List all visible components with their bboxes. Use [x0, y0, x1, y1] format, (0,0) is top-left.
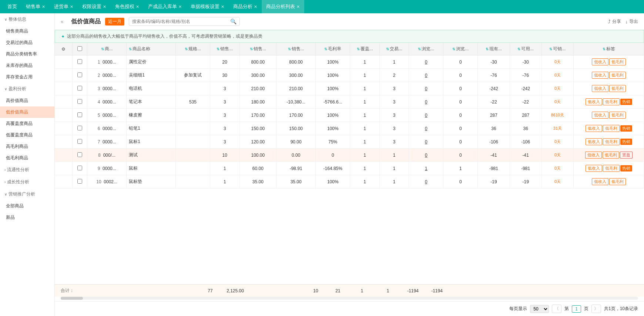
sidebar-group-circulation[interactable]: › 流通性分析 — [0, 164, 54, 176]
th-tag[interactable]: ⇅标签 — [574, 43, 644, 55]
browse-link[interactable]: 0 — [425, 179, 427, 184]
th-sale-cost[interactable]: ⇅销售... — [276, 43, 316, 55]
sidebar-group-profit[interactable]: ∨ 盈利分析 — [0, 83, 54, 95]
row-check-cell[interactable] — [73, 149, 87, 162]
export-button[interactable]: ↓ 导出 — [625, 18, 638, 25]
sidebar-item-low-value[interactable]: 低价值商品 — [0, 106, 54, 118]
next-page-btn[interactable]: 〉 — [591, 305, 601, 313]
sidebar-item-low-coverage[interactable]: 低覆盖度商品 — [0, 129, 54, 141]
nav-tab-product-analysis-list[interactable]: 商品分析列表 ✕ — [262, 0, 304, 13]
nav-tab-product-analysis[interactable]: 商品分析 ✕ — [229, 0, 262, 13]
nav-close-product-warehouse[interactable]: ✕ — [178, 4, 182, 9]
nav-tab-sales-order[interactable]: 销售单 ✕ — [21, 0, 50, 13]
th-avail[interactable]: ⇅可用... — [510, 43, 541, 55]
browse-link[interactable]: 0 — [425, 86, 427, 91]
browse-link[interactable]: 0 — [425, 113, 427, 118]
th-code[interactable]: ⇅商... — [87, 43, 127, 55]
row-check-cell[interactable] — [73, 95, 87, 109]
row-checkbox[interactable] — [77, 126, 82, 130]
sidebar-group-growth[interactable]: › 成长性分析 — [0, 176, 54, 188]
nav-tab-product-warehouse[interactable]: 产成品入库单 ✕ — [144, 0, 186, 13]
sidebar-item-category-sales-rate[interactable]: 商品分类销售率 — [0, 48, 54, 60]
sidebar-item-low-margin[interactable]: 低毛利商品 — [0, 152, 54, 164]
row-check-cell[interactable] — [73, 109, 87, 122]
row-check-cell[interactable] — [73, 162, 87, 175]
table-container[interactable]: ⚙ ⇅商... ⇅商品名称 ⇅规格... ⇅销售... ⇅销售... ⇅销售..… — [55, 43, 644, 284]
sidebar-item-sales-products[interactable]: 销售类商品 — [0, 26, 54, 37]
row-checkbox[interactable] — [77, 112, 82, 117]
th-cover[interactable]: ⇅覆盖... — [350, 43, 380, 55]
table-row: 10 0002... 鼠标垫 1 35.00 35.00 100% 1 1 0 … — [55, 175, 644, 188]
sidebar-item-no-stock-products[interactable]: 未库存的商品 — [0, 60, 54, 71]
nav-close-product-analysis[interactable]: ✕ — [254, 4, 257, 9]
row-checkbox[interactable] — [77, 179, 82, 184]
th-settings[interactable]: ⚙ — [55, 43, 73, 55]
th-margin-rate[interactable]: ⇅毛利率 — [316, 43, 350, 55]
browse-link[interactable]: 1 — [425, 166, 427, 171]
th-browse2[interactable]: ⇅浏览... — [443, 43, 478, 55]
browse-link[interactable]: 0 — [425, 99, 427, 105]
browse-link[interactable]: 0 — [425, 139, 427, 145]
select-all-checkbox[interactable] — [77, 46, 82, 51]
row-checkbox[interactable] — [77, 86, 82, 91]
sidebar-item-high-value[interactable]: 高价值商品 — [0, 95, 54, 106]
row-sale-cost-cell: -10,380... — [276, 95, 316, 109]
row-checkbox[interactable] — [77, 166, 82, 170]
nav-close-product-analysis-list[interactable]: ✕ — [296, 4, 300, 9]
row-check-cell[interactable] — [73, 175, 87, 188]
row-check-cell[interactable] — [73, 55, 87, 69]
product-tag: 低收入 — [592, 178, 608, 185]
nav-close-role[interactable]: ✕ — [136, 4, 139, 9]
info-icon: ✦ — [61, 34, 65, 39]
th-sale-qty[interactable]: ⇅销售... — [210, 43, 239, 55]
nav-tab-purchase-order[interactable]: 进货单 ✕ — [50, 0, 78, 13]
row-check-cell[interactable] — [73, 135, 87, 149]
browse-link[interactable]: 0 — [425, 126, 427, 131]
sidebar-item-high-coverage[interactable]: 高覆盖度商品 — [0, 118, 54, 129]
nav-tab-permission[interactable]: 权限设置 ✕ — [78, 0, 111, 13]
sidebar-item-new-products[interactable]: 新品 — [0, 212, 54, 223]
nav-home[interactable]: 首页 — [3, 0, 21, 13]
sidebar-item-all-products[interactable]: 全部商品 — [0, 200, 54, 212]
first-page-btn[interactable]: 〈 — [552, 305, 561, 313]
sellable-days: 0天 — [554, 99, 561, 104]
collapse-sidebar-btn[interactable]: « — [61, 18, 64, 24]
sidebar-item-traded-products[interactable]: 交易过的商品 — [0, 37, 54, 48]
nav-tab-role[interactable]: 角色授权 ✕ — [111, 0, 144, 13]
th-browse1[interactable]: ⇅浏览... — [409, 43, 443, 55]
browse-link[interactable]: 0 — [425, 60, 427, 65]
sidebar-item-stock-capital[interactable]: 库存资金占用 — [0, 71, 54, 83]
row-checkbox[interactable] — [77, 152, 82, 157]
th-sellable[interactable]: ⇅可销... — [541, 43, 573, 55]
browse-link[interactable]: 0 — [425, 153, 427, 158]
row-check-cell[interactable] — [73, 82, 87, 95]
page-size-select[interactable]: 50 100 200 — [530, 305, 549, 313]
sidebar-group-overall[interactable]: ∨ 整体信息 — [0, 13, 54, 26]
row-check-cell[interactable] — [73, 69, 87, 82]
nav-close-purchase-order[interactable]: ✕ — [70, 4, 73, 9]
th-name[interactable]: ⇅商品名称 — [127, 43, 176, 55]
th-spec[interactable]: ⇅规格... — [176, 43, 210, 55]
sidebar-group-marketing[interactable]: ∨ 营销推广分析 — [0, 188, 54, 200]
sidebar-item-high-margin[interactable]: 高毛利商品 — [0, 141, 54, 152]
search-box[interactable]: 🔍 — [129, 17, 240, 26]
th-check[interactable] — [73, 43, 87, 55]
row-checkbox[interactable] — [77, 72, 82, 77]
horizontal-scrollbar[interactable] — [61, 297, 638, 300]
nav-close-template[interactable]: ✕ — [221, 4, 224, 9]
th-stock[interactable]: ⇅现有... — [478, 43, 510, 55]
browse-link[interactable]: 0 — [425, 73, 427, 78]
row-check-cell[interactable] — [73, 122, 87, 135]
search-input[interactable] — [132, 19, 229, 24]
scrollbar-thumb[interactable] — [61, 297, 83, 300]
th-trade[interactable]: ⇅交易... — [379, 43, 409, 55]
row-checkbox[interactable] — [77, 99, 82, 104]
time-badge[interactable]: 近一月 — [105, 18, 124, 26]
nav-close-permission[interactable]: ✕ — [103, 4, 106, 9]
nav-tab-template[interactable]: 单据模板设置 ✕ — [186, 0, 229, 13]
nav-close-sales-order[interactable]: ✕ — [42, 4, 45, 9]
row-checkbox[interactable] — [77, 139, 82, 144]
th-sale-income[interactable]: ⇅销售... — [239, 43, 276, 55]
share-button[interactable]: ⤴ 分享 — [608, 18, 621, 25]
row-checkbox[interactable] — [77, 59, 82, 64]
